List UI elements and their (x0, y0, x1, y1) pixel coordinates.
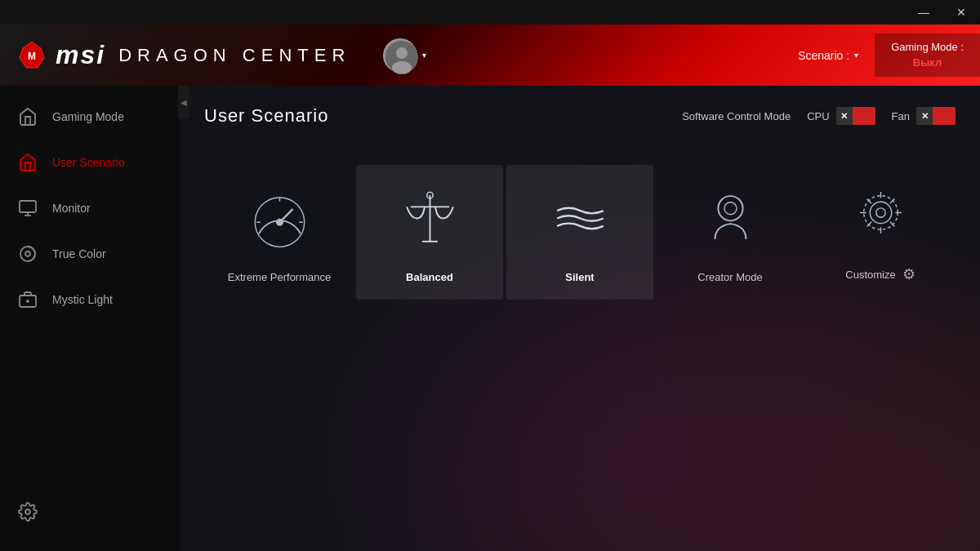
main-content: User Scenario Software Control Mode CPU … (180, 86, 980, 551)
gaming-mode-status: Gaming Mode : Выкл (875, 33, 980, 76)
sidebar-item-label-gaming-mode: Gaming Mode (52, 110, 124, 123)
profile-chevron-icon: ▾ (422, 51, 426, 60)
minimize-button[interactable]: — (905, 0, 942, 24)
fan-toggle-group: Fan ✕ (892, 107, 956, 125)
mode-balanced[interactable]: Balanced (356, 165, 503, 300)
sidebar-item-label-monitor: Monitor (52, 202, 91, 215)
controls-right: Software Control Mode CPU ✕ Fan ✕ (682, 107, 956, 125)
svg-point-27 (875, 207, 884, 216)
header: M msi DRAGON CENTER ▾ Scenario : ▾ Gamin… (0, 24, 980, 86)
sidebar-item-label-user-scenario: User Scenario (52, 156, 125, 169)
fan-toggle[interactable]: ✕ (916, 107, 956, 125)
customize-label: Customize (845, 269, 895, 281)
close-button[interactable]: ✕ (942, 0, 980, 24)
avatar (383, 38, 417, 73)
cpu-toggle-x-icon: ✕ (836, 107, 853, 125)
mode-extreme-performance[interactable]: Extreme Performance (206, 165, 353, 300)
cpu-toggle-group: CPU ✕ (807, 107, 875, 125)
toolbox-icon (16, 288, 39, 311)
color-circle-icon (16, 242, 39, 265)
sidebar-item-monitor[interactable]: Monitor (0, 185, 180, 231)
page-title: User Scenario (204, 105, 328, 127)
mode-customize[interactable]: Customize ⚙ (807, 159, 954, 300)
svg-point-26 (870, 202, 891, 223)
customize-gear-icon[interactable]: ⚙ (902, 265, 915, 283)
sidebar-item-mystic-light[interactable]: Mystic Light (0, 277, 180, 322)
gaming-mode-label: Gaming Mode : (891, 41, 964, 53)
silent-label: Silent (565, 271, 594, 283)
svg-point-9 (25, 251, 30, 256)
fan-toggle-track (933, 107, 956, 125)
home-filled-icon (16, 151, 39, 174)
balanced-icon (393, 181, 466, 255)
modes-container: Extreme Performance Balan (204, 159, 956, 300)
creator-mode-label: Creator Mode (697, 271, 762, 283)
svg-point-24 (718, 196, 742, 220)
creator-mode-icon (693, 181, 767, 255)
svg-rect-5 (20, 201, 36, 212)
svg-point-36 (863, 195, 898, 229)
sidebar-item-gaming-mode[interactable]: Gaming Mode (0, 94, 180, 140)
scenario-label: Scenario : (798, 49, 849, 62)
svg-point-3 (396, 47, 408, 59)
logo-dragon-center-text: DRAGON CENTER (118, 45, 350, 66)
content-topbar: User Scenario Software Control Mode CPU … (204, 105, 956, 127)
mode-silent[interactable]: Silent (506, 165, 653, 300)
gaming-mode-value: Выкл (913, 56, 942, 69)
sidebar-item-label-mystic-light: Mystic Light (52, 293, 113, 306)
mode-creator[interactable]: Creator Mode (657, 165, 804, 300)
svg-point-13 (25, 509, 30, 514)
profile-button[interactable]: ▾ (383, 38, 426, 73)
extreme-performance-icon (243, 181, 316, 255)
svg-point-19 (276, 219, 283, 225)
sidebar-item-settings[interactable] (0, 489, 180, 535)
msi-logo-icon: M (16, 40, 47, 71)
logo-area: M msi DRAGON CENTER (0, 40, 350, 71)
monitor-icon (16, 197, 39, 220)
extreme-performance-label: Extreme Performance (228, 271, 331, 283)
sidebar-nav: Gaming Mode User Scenario Monitor (0, 86, 180, 322)
sidebar-collapse-button[interactable]: ◀ (178, 86, 189, 118)
titlebar: — ✕ (0, 0, 980, 24)
cpu-label: CPU (807, 110, 829, 122)
fan-toggle-x-icon: ✕ (916, 107, 933, 125)
sidebar-item-user-scenario[interactable]: User Scenario (0, 140, 180, 185)
svg-text:M: M (28, 51, 36, 62)
cpu-toggle-track (853, 107, 875, 125)
cpu-toggle[interactable]: ✕ (836, 107, 875, 125)
customize-label-row: Customize ⚙ (845, 265, 915, 283)
sidebar: ◀ Gaming Mode User Scenario (0, 86, 180, 551)
balanced-label: Balanced (406, 271, 453, 283)
sidebar-bottom (0, 489, 180, 551)
sidebar-item-label-true-color: True Color (52, 247, 106, 260)
silent-icon (543, 181, 617, 255)
customize-icon (844, 176, 917, 249)
software-control-label: Software Control Mode (682, 110, 791, 122)
fan-label: Fan (892, 110, 910, 122)
logo-msi-text: msi (56, 40, 105, 70)
sidebar-item-true-color[interactable]: True Color (0, 231, 180, 277)
svg-point-25 (724, 202, 736, 214)
home-icon (16, 105, 39, 128)
settings-icon (16, 500, 39, 523)
scenario-selector[interactable]: Scenario : ▾ (798, 49, 858, 62)
svg-point-4 (392, 61, 412, 74)
scenario-chevron-icon: ▾ (854, 51, 858, 60)
